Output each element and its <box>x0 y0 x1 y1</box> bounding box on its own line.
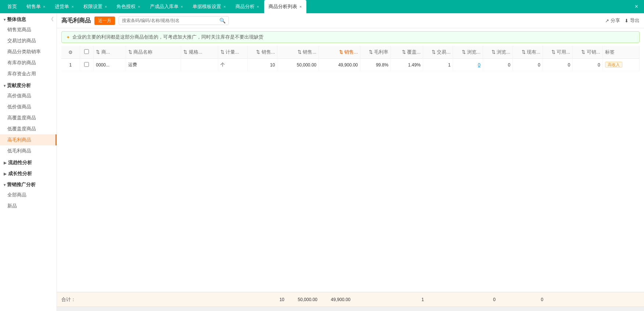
row-sales-amount: 50,000.00 <box>277 59 319 71</box>
chevron-down-icon: ▾ <box>4 84 6 88</box>
row-tag: 高收入 <box>602 59 639 71</box>
col-header-unit[interactable]: ⇅ 计量... <box>218 46 247 59</box>
sidebar-group-overall[interactable]: ▾ 整体信息 <box>0 13 57 24</box>
data-table: ⚙ ⇅ 商... ⇅ 商品名称 <box>61 46 640 71</box>
sort-icon: ⇅ <box>551 49 555 55</box>
sort-icon: ⇅ <box>256 49 260 55</box>
sort-icon: ⇅ <box>492 49 496 55</box>
footer-sales-qty: 10 <box>263 297 287 302</box>
sidebar-item-low-margin[interactable]: 低毛利商品 <box>0 145 57 156</box>
sidebar-group-growth[interactable]: ▶ 成长性分析 <box>0 167 57 178</box>
col-header-code[interactable]: ⇅ 商... <box>94 46 126 59</box>
nav-sales[interactable]: 销售单 × <box>22 0 50 13</box>
row-unit: 个 <box>218 59 247 71</box>
col-header-checkbox[interactable] <box>80 46 94 59</box>
sidebar-item-high-coverage[interactable]: 高覆盖度商品 <box>0 112 57 123</box>
close-icon[interactable]: × <box>138 4 140 9</box>
sidebar-item-low-coverage[interactable]: 低覆盖度商品 <box>0 123 57 134</box>
col-header-sales-profit[interactable]: ⇅ 销售... <box>319 46 360 59</box>
close-icon[interactable]: × <box>181 4 183 9</box>
close-icon[interactable]: × <box>71 4 73 9</box>
nav-permission[interactable]: 权限设置 × <box>79 0 111 13</box>
col-header-current-stock[interactable]: ⇅ 现有... <box>513 46 543 59</box>
sort-icon: ⇅ <box>462 49 466 55</box>
table-header-row: ⚙ ⇅ 商... ⇅ 商品名称 <box>61 46 640 59</box>
chevron-down-icon: ▾ <box>4 18 6 22</box>
close-icon[interactable]: × <box>43 4 45 9</box>
sidebar-item-low-value[interactable]: 低价值商品 <box>0 101 57 112</box>
col-header-available[interactable]: ⇅ 可用... <box>543 46 572 59</box>
col-header-sales-amount[interactable]: ⇅ 销售... <box>277 46 319 59</box>
search-box: 🔍 <box>119 16 229 25</box>
footer-trade-count: 1 <box>402 297 426 302</box>
row-available: 0 <box>543 59 572 71</box>
sidebar-item-in-stock[interactable]: 有库存的商品 <box>0 57 57 68</box>
col-header-coverage[interactable]: ⇅ 覆盖... <box>391 46 423 59</box>
sidebar-item-new-products[interactable]: 新品 <box>0 200 57 211</box>
row-num: 1 <box>61 59 80 71</box>
sidebar-group-trend[interactable]: ▶ 流趋性分析 <box>0 156 57 167</box>
row-browse1[interactable]: 0 <box>453 59 483 71</box>
export-button[interactable]: ⬇ 导出 <box>625 17 640 24</box>
col-header-browse2[interactable]: ⇅ 浏览... <box>483 46 512 59</box>
footer-label: 合计： <box>61 296 127 303</box>
content-area: 高毛利商品 近一月 🔍 ↗ 分享 ⬇ 导出 ✦ 企业的主要的利润都是这部分商品创… <box>57 13 644 311</box>
sidebar-group-contribution[interactable]: ▾ 贡献度分析 <box>0 79 57 90</box>
sort-icon: ⇅ <box>402 49 406 55</box>
close-icon[interactable]: × <box>105 4 107 9</box>
nav-purchase[interactable]: 进货单 × <box>50 0 78 13</box>
search-icon[interactable]: 🔍 <box>219 18 226 23</box>
table-container[interactable]: ⚙ ⇅ 商... ⇅ 商品名称 <box>61 46 640 292</box>
sidebar-item-high-margin[interactable]: 高毛利商品 <box>0 134 57 145</box>
sidebar-item-category-rate[interactable]: 商品分类助销率 <box>0 46 57 57</box>
page-title: 高毛利商品 <box>61 17 91 25</box>
row-checkbox[interactable] <box>80 59 94 71</box>
nav-product-analysis-list[interactable]: 商品分析列表 × <box>264 0 306 13</box>
col-header-name[interactable]: ⇅ 商品名称 <box>126 46 181 59</box>
nav-role[interactable]: 角色授权 × <box>112 0 144 13</box>
sidebar-item-all-products[interactable]: 全部商品 <box>0 189 57 200</box>
close-icon[interactable]: × <box>223 4 226 9</box>
sort-icon: ⇅ <box>581 49 585 55</box>
chevron-right-icon: ▶ <box>4 172 7 176</box>
sort-icon: ⇅ <box>96 49 100 55</box>
close-icon[interactable]: × <box>299 4 302 9</box>
nav-finished-goods[interactable]: 产成品入库单 × <box>145 0 187 13</box>
col-header-tag[interactable]: 标签 <box>602 46 639 59</box>
col-header-spec[interactable]: ⇅ 规格... <box>181 46 218 59</box>
nav-home[interactable]: 首页 <box>3 0 21 13</box>
col-header-browse1[interactable]: ⇅ 浏览... <box>453 46 483 59</box>
select-all-checkbox[interactable] <box>84 49 89 54</box>
nav-template[interactable]: 单据模板设置 × <box>188 0 230 13</box>
nav-product-analysis[interactable]: 商品分析 × <box>231 0 263 13</box>
search-input[interactable] <box>122 18 217 23</box>
sort-icon: ⇅ <box>432 49 436 55</box>
horizontal-scrollbar[interactable] <box>57 307 644 311</box>
col-header-gross-margin[interactable]: ⇅ 毛利率 <box>360 46 391 59</box>
browse1-link[interactable]: 0 <box>478 62 481 68</box>
time-filter-button[interactable]: 近一月 <box>94 17 115 25</box>
col-header-trade[interactable]: ⇅ 交易... <box>423 46 453 59</box>
col-header-sellable[interactable]: ⇅ 可销... <box>573 46 602 59</box>
share-button[interactable]: ↗ 分享 <box>605 17 620 24</box>
settings-icon[interactable]: ⚙ <box>68 50 73 55</box>
row-select-checkbox[interactable] <box>84 62 89 67</box>
row-name: 运费 <box>126 59 181 71</box>
sidebar-item-stock-capital[interactable]: 库存资金占用 <box>0 68 57 79</box>
sidebar-group-marketing[interactable]: ▾ 营销推广分析 <box>0 178 57 189</box>
close-icon[interactable]: × <box>257 4 259 9</box>
chevron-right-icon: ▶ <box>4 161 7 165</box>
sidebar-item-sales-overview[interactable]: 销售览商品 <box>0 24 57 35</box>
window-close-button[interactable]: × <box>632 3 641 10</box>
header-actions: ↗ 分享 ⬇ 导出 <box>605 17 640 24</box>
row-sellable: 0 <box>573 59 602 71</box>
col-header-sales-qty[interactable]: ⇅ 销售... <box>248 46 277 59</box>
sidebar-item-traded[interactable]: 交易过的商品 <box>0 35 57 46</box>
sidebar-collapse-button[interactable]: 《 <box>48 16 54 23</box>
sort-icon: ⇅ <box>298 49 302 55</box>
table-row[interactable]: 1 0000... 运费 个 10 50,000.00 49,900.00 99… <box>61 59 640 71</box>
tag-badge: 高收入 <box>605 62 622 68</box>
col-header-settings[interactable]: ⚙ <box>61 46 80 59</box>
sidebar-item-high-value[interactable]: 高价值商品 <box>0 90 57 101</box>
footer-sales-amount: 50,000.00 <box>287 297 320 302</box>
